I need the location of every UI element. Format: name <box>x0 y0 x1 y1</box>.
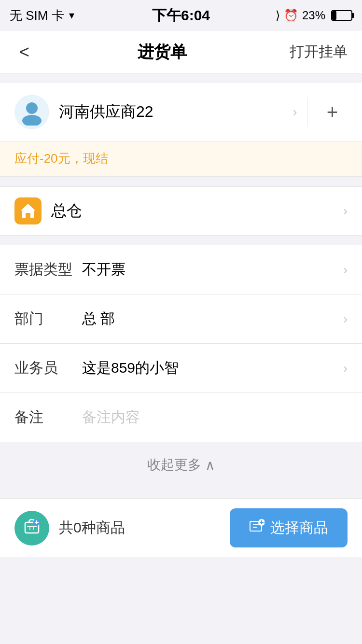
svg-rect-4 <box>26 213 30 218</box>
alarm-icon: ⏰ <box>284 9 298 22</box>
remark-row[interactable]: 备注 备注内容 <box>0 393 362 442</box>
notice-bar: 应付-20元，现结 <box>0 141 362 176</box>
form-section: 票据类型 不开票 › 部门 总 部 › 业务员 这是859的小智 › 备注 备注… <box>0 245 362 442</box>
supplier-row[interactable]: 河南供应商22 › + <box>0 83 362 141</box>
select-btn-label: 选择商品 <box>270 518 328 538</box>
supplier-name: 河南供应商22 <box>59 101 288 123</box>
invoice-value: 不开票 <box>82 260 338 280</box>
nav-bar: < 进货单 打开挂单 <box>0 31 362 73</box>
status-bar: 无 SIM 卡 ▾ 下午6:04 ⟩ ⏰ 23% <box>0 0 362 31</box>
back-button[interactable]: < <box>14 37 34 67</box>
collapse-label: 收起更多 <box>147 456 201 474</box>
department-chevron-icon: › <box>343 311 348 327</box>
battery-icon <box>331 10 352 21</box>
select-product-button[interactable]: 选择商品 <box>230 508 348 547</box>
status-carrier: 无 SIM 卡 ▾ <box>10 7 74 24</box>
add-button[interactable]: + <box>317 97 348 128</box>
divider <box>307 98 307 126</box>
section-gap-3 <box>0 236 362 245</box>
warehouse-icon <box>14 197 42 224</box>
select-btn-icon <box>249 518 265 537</box>
person-icon <box>18 98 45 126</box>
department-row[interactable]: 部门 总 部 › <box>0 294 362 344</box>
warehouse-chevron-icon: › <box>343 203 348 219</box>
collapse-icon: ∧ <box>205 457 215 473</box>
house-icon <box>20 203 36 219</box>
section-gap-1 <box>0 73 362 83</box>
invoice-row[interactable]: 票据类型 不开票 › <box>0 245 362 294</box>
wifi-icon: ▾ <box>69 9 74 22</box>
staff-label: 业务员 <box>14 358 82 378</box>
battery-label: 23% <box>302 9 325 22</box>
warehouse-row[interactable]: 总仓 › <box>0 186 362 235</box>
collapse-button[interactable]: 收起更多 ∧ <box>0 442 362 488</box>
department-label: 部门 <box>14 309 82 329</box>
supplier-section: 河南供应商22 › + 应付-20元，现结 <box>0 83 362 177</box>
supplier-avatar <box>14 95 49 129</box>
svg-point-0 <box>26 102 38 114</box>
product-count: 共0种商品 <box>59 518 230 538</box>
add-product-icon <box>249 518 265 534</box>
status-right: ⟩ ⏰ 23% <box>276 9 352 22</box>
svg-point-1 <box>22 115 42 126</box>
bottom-bar: 共0种商品 选择商品 <box>0 498 362 557</box>
department-value: 总 部 <box>82 309 338 329</box>
status-time: 下午6:04 <box>152 6 210 26</box>
warehouse-name: 总仓 <box>51 200 338 222</box>
shopping-bag-icon <box>23 518 41 535</box>
cart-icon <box>23 518 41 539</box>
staff-value: 这是859的小智 <box>82 358 338 378</box>
invoice-label: 票据类型 <box>14 260 82 280</box>
open-pending-button[interactable]: 打开挂单 <box>290 42 348 62</box>
supplier-chevron-icon: › <box>292 104 297 120</box>
cart-icon-wrap <box>14 511 49 546</box>
section-gap-4 <box>0 488 362 497</box>
location-icon: ⟩ <box>276 9 280 22</box>
section-gap-2 <box>0 177 362 186</box>
warehouse-section: 总仓 › <box>0 186 362 236</box>
remark-input[interactable]: 备注内容 <box>82 407 348 427</box>
remark-label: 备注 <box>14 407 82 427</box>
invoice-chevron-icon: › <box>343 262 348 278</box>
staff-row[interactable]: 业务员 这是859的小智 › <box>0 344 362 393</box>
page-title: 进货单 <box>138 41 187 63</box>
svg-marker-2 <box>21 204 35 210</box>
staff-chevron-icon: › <box>343 361 348 376</box>
